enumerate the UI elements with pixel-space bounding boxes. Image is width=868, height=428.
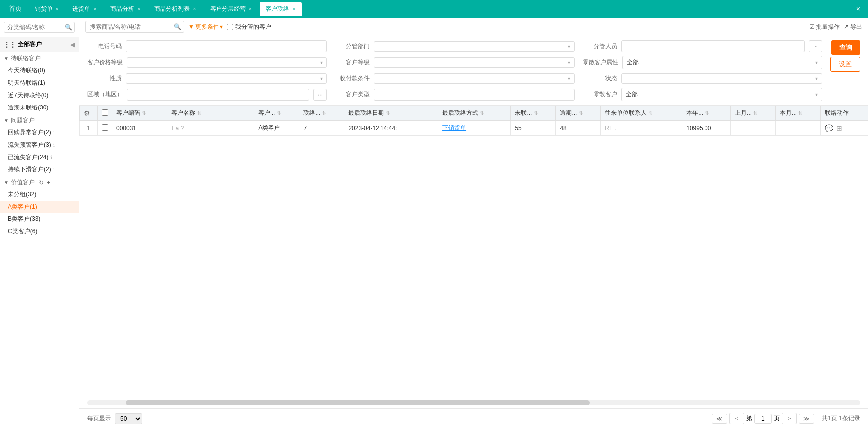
filter-icon: ▼ <box>188 23 194 30</box>
nature-arrow-icon: ▾ <box>320 76 323 81</box>
refresh-icon[interactable]: ↻ <box>39 179 44 186</box>
section-problem[interactable]: ▼ 问题客户 <box>0 114 79 126</box>
cust-type-input[interactable] <box>374 89 575 101</box>
retail-select[interactable]: 全部 ▾ <box>621 88 822 101</box>
more-conditions-btn[interactable]: ▼ 更多条件 ▾ <box>188 23 223 31</box>
th-last-month-label: 上月... <box>735 109 752 116</box>
sidebar-search-input[interactable] <box>4 22 75 33</box>
section-pending[interactable]: ▼ 待联络客户 <box>0 52 79 64</box>
column-settings-btn[interactable]: ⚙ <box>84 109 90 117</box>
more-conditions-label: 更多条件 <box>195 23 219 31</box>
sort-this-month-icon[interactable]: ⇅ <box>798 110 802 116</box>
nav-tab-sales[interactable]: 销货单 × <box>29 2 64 16</box>
sidebar-item-ungrouped[interactable]: 未分组(32) <box>0 188 79 201</box>
nav-tab-contact-close[interactable]: × <box>292 6 295 12</box>
select-all-checkbox[interactable] <box>102 109 108 116</box>
nav-tab-purchase[interactable]: 进货单 × <box>66 2 102 16</box>
page-next-btn[interactable]: ＞ <box>782 413 797 424</box>
td-checkbox <box>98 121 112 136</box>
export-btn[interactable]: ↗ 导出 <box>844 23 862 31</box>
nav-tab-analysis[interactable]: 商品分析 × <box>105 2 146 16</box>
sidebar-item-churn-warn[interactable]: 流失预警客户(3) ℹ <box>0 139 79 151</box>
th-contact2: 往来单位联系人 ⇅ <box>601 106 682 121</box>
sort-level-icon[interactable]: ⇅ <box>277 110 281 116</box>
collapse-arrow-icon[interactable]: ◀ <box>70 41 75 48</box>
sidebar-item-tomorrow[interactable]: 明天待联络(1) <box>0 77 79 89</box>
sort-name-icon[interactable]: ⇅ <box>197 110 201 116</box>
nav-tab-contact[interactable]: 客户联络 × <box>260 2 301 16</box>
payment-select[interactable]: ▾ <box>374 73 575 84</box>
th-this-month-label: 本月... <box>780 109 797 116</box>
sort-this-year-icon[interactable]: ⇅ <box>705 110 709 116</box>
retail-attr-text: 全部 <box>627 58 639 67</box>
row-checkbox[interactable] <box>102 124 108 131</box>
sidebar-item-abnormal-label: 回购异常客户(2) <box>8 128 51 137</box>
td-overdue-value: 48 <box>560 125 566 132</box>
page-size-select[interactable]: 50 100 <box>115 413 142 424</box>
page-unit: 页 <box>774 414 780 423</box>
close-all-icon[interactable]: × <box>852 3 864 15</box>
my-customers-checkbox[interactable] <box>227 24 233 30</box>
nav-tab-analysis-list-close[interactable]: × <box>193 6 196 12</box>
sort-last-month-icon[interactable]: ⇅ <box>753 110 757 116</box>
retail-attr-select[interactable]: 全部 ▾ <box>622 56 822 69</box>
filter-search-input[interactable] <box>85 21 184 33</box>
section-value[interactable]: ▼ 价值客户 ↻ + <box>0 176 79 188</box>
action-link-icon[interactable]: ⊞ <box>836 124 842 132</box>
manager-input[interactable] <box>621 40 805 52</box>
sidebar-item-churned[interactable]: 已流失客户(24) ℹ <box>0 151 79 163</box>
status-select[interactable]: ▾ <box>621 73 822 84</box>
h-scrollbar[interactable] <box>87 400 860 405</box>
sort-contact-icon[interactable]: ⇅ <box>322 110 326 116</box>
dept-select[interactable]: ▾ <box>374 41 575 52</box>
nav-tab-sales-close[interactable]: × <box>55 6 58 12</box>
nav-tab-analysis-list[interactable]: 商品分析列表 × <box>148 2 202 16</box>
sidebar-all-customers[interactable]: ⋮⋮ 全部客户 ◀ <box>0 37 79 52</box>
retail-label: 零散客户 <box>583 90 617 99</box>
sidebar-item-7days[interactable]: 近7天待联络(0) <box>0 89 79 102</box>
td-name: Ea ? <box>167 121 254 136</box>
td-last-method-link[interactable]: 下销货单 <box>442 124 466 131</box>
nav-tab-purchase-close[interactable]: × <box>93 6 96 12</box>
batch-op-btn[interactable]: ☑ 批量操作 <box>809 23 840 31</box>
nature-select[interactable]: ▾ <box>126 73 327 84</box>
page-first-btn[interactable]: ≪ <box>712 414 727 424</box>
action-chat-icon[interactable]: 💬 <box>825 124 833 132</box>
sort-contact2-icon[interactable]: ⇅ <box>649 110 652 116</box>
cust-level-select[interactable]: ▾ <box>374 57 575 68</box>
nav-tab-analysis-close[interactable]: × <box>137 6 140 12</box>
my-customers-label[interactable]: 我分管的客户 <box>227 23 271 31</box>
price-level-select[interactable]: ▾ <box>127 57 327 68</box>
sort-last-date-icon[interactable]: ⇅ <box>386 110 390 116</box>
region-more-btn[interactable]: ··· <box>313 89 327 101</box>
th-level-label: 客户... <box>258 109 275 116</box>
sort-last-method-icon[interactable]: ⇅ <box>480 110 484 116</box>
sidebar-item-a-class[interactable]: A类客户(1) <box>0 201 79 213</box>
sidebar-item-abnormal[interactable]: 回购异常客户(2) ℹ <box>0 126 79 139</box>
sidebar-item-ungrouped-label: 未分组(32) <box>8 190 36 199</box>
nav-home[interactable]: 首页 <box>4 1 27 16</box>
region-input[interactable] <box>127 89 309 101</box>
add-group-icon[interactable]: + <box>47 179 50 186</box>
nav-tab-crm[interactable]: 客户分层经营 × <box>204 2 258 16</box>
page-last-btn[interactable]: ≫ <box>799 414 814 424</box>
sort-code-icon[interactable]: ⇅ <box>142 110 146 116</box>
sidebar-item-declining[interactable]: 持续下滑客户(2) ℹ <box>0 163 79 176</box>
page-size-label: 每页显示 <box>87 414 111 423</box>
phone-input[interactable] <box>126 40 327 52</box>
sort-overdue-icon[interactable]: ⇅ <box>579 110 583 116</box>
page-label: 第 <box>746 414 752 423</box>
sidebar-item-today[interactable]: 今天待联络(0) <box>0 64 79 77</box>
settings-btn[interactable]: 设置 <box>830 57 860 72</box>
h-scrollbar-thumb[interactable] <box>126 400 590 405</box>
sidebar-item-c-class[interactable]: C类客户(6) <box>0 225 79 238</box>
sidebar-item-overdue[interactable]: 逾期未联络(30) <box>0 102 79 114</box>
query-btn[interactable]: 查询 <box>831 40 860 55</box>
nav-tab-crm-close[interactable]: × <box>249 6 252 12</box>
sidebar-item-b-class[interactable]: B类客户(33) <box>0 213 79 225</box>
manager-more-btn[interactable]: ··· <box>809 40 822 52</box>
page-number-input[interactable] <box>754 414 772 424</box>
page-prev-btn[interactable]: ＜ <box>729 413 744 424</box>
region-label: 区域（地区） <box>87 90 123 99</box>
sort-no-contact-icon[interactable]: ⇅ <box>534 110 538 116</box>
